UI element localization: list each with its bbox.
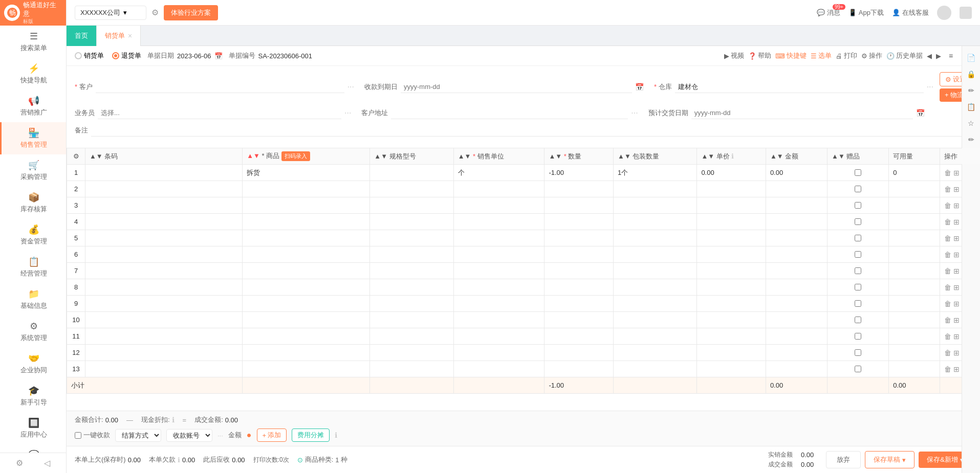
copy-row-btn[interactable]: ⊞: [953, 267, 960, 275]
right-panel-edit-btn[interactable]: ✏: [964, 83, 979, 98]
cell-pack-qty[interactable]: [614, 181, 697, 197]
th-qty[interactable]: ▲▼ * 数量: [545, 148, 614, 165]
discard-btn[interactable]: 放弃: [826, 451, 861, 468]
gift-checkbox[interactable]: [855, 349, 861, 356]
account-select[interactable]: 收款账号: [166, 429, 212, 442]
cell-product[interactable]: [243, 296, 370, 312]
gift-checkbox[interactable]: [855, 251, 861, 258]
cell-amount[interactable]: [766, 230, 827, 246]
cell-unit[interactable]: [453, 312, 545, 328]
cell-spec[interactable]: [370, 165, 453, 181]
gift-checkbox[interactable]: [855, 366, 861, 372]
cell-unit[interactable]: [453, 279, 545, 296]
cell-amount[interactable]: [766, 312, 827, 328]
delete-row-btn[interactable]: 🗑: [944, 349, 951, 357]
gift-checkbox[interactable]: [855, 284, 861, 290]
gift-checkbox[interactable]: [855, 186, 861, 192]
delete-row-btn[interactable]: 🗑: [944, 218, 951, 226]
delete-row-btn[interactable]: 🗑: [944, 234, 951, 242]
customer-address-input[interactable]: [391, 107, 628, 119]
cell-product[interactable]: [243, 214, 370, 230]
cell-pack-qty[interactable]: [614, 214, 697, 230]
cell-qty[interactable]: [545, 279, 614, 296]
th-settings[interactable]: ⚙: [67, 148, 85, 165]
cell-barcode[interactable]: [85, 328, 243, 345]
salesperson-input[interactable]: [98, 107, 341, 119]
cell-gift[interactable]: [827, 165, 889, 181]
account-more-btn[interactable]: ···: [217, 432, 223, 439]
cell-amount[interactable]: [766, 197, 827, 214]
cell-spec[interactable]: [370, 230, 453, 246]
cell-gift[interactable]: [827, 312, 889, 328]
cell-unit-price[interactable]: [697, 312, 766, 328]
copy-row-btn[interactable]: ⊞: [953, 234, 960, 242]
cell-unit-price[interactable]: 0.00: [697, 165, 766, 181]
add-payment-btn[interactable]: + 添加: [257, 429, 287, 442]
user-menu-btn[interactable]: [960, 7, 972, 19]
cell-barcode[interactable]: [85, 296, 243, 312]
cell-qty[interactable]: -1.00: [545, 165, 614, 181]
delete-row-btn[interactable]: 🗑: [944, 365, 951, 373]
copy-row-btn[interactable]: ⊞: [953, 169, 960, 177]
cell-spec[interactable]: [370, 296, 453, 312]
cell-pack-qty[interactable]: [614, 279, 697, 296]
cell-product[interactable]: [243, 263, 370, 279]
delete-row-btn[interactable]: 🗑: [944, 316, 951, 324]
sidebar-settings-btn[interactable]: ⚙: [16, 458, 23, 468]
customer-more-btn[interactable]: ···: [347, 82, 354, 92]
cell-gift[interactable]: [827, 263, 889, 279]
cell-qty[interactable]: [545, 328, 614, 345]
cell-pack-qty[interactable]: 1个: [614, 165, 697, 181]
delete-row-btn[interactable]: 🗑: [944, 283, 951, 291]
cell-barcode[interactable]: [85, 165, 243, 181]
cell-amount[interactable]: [766, 181, 827, 197]
cell-unit-price[interactable]: [697, 246, 766, 263]
cell-amount[interactable]: 0.00: [766, 165, 827, 181]
th-unit-price[interactable]: ▲▼ 单价 ℹ: [697, 148, 766, 165]
cell-gift[interactable]: [827, 230, 889, 246]
cell-product[interactable]: [243, 345, 370, 361]
right-panel-copy-btn[interactable]: 📋: [964, 99, 979, 115]
sidebar-item-purchase-mgmt[interactable]: 🛒 采购管理: [0, 154, 66, 187]
th-amount[interactable]: ▲▼ 金额: [766, 148, 827, 165]
gift-checkbox[interactable]: [855, 235, 861, 241]
online-service-btn[interactable]: 👤 在线客服: [892, 8, 929, 17]
gift-checkbox[interactable]: [855, 218, 861, 225]
delete-row-btn[interactable]: 🗑: [944, 185, 951, 193]
save-draft-btn[interactable]: 保存草稿 ▾: [865, 451, 914, 468]
th-barcode[interactable]: ▲▼ 条码: [85, 148, 243, 165]
next-record-btn[interactable]: ▶: [936, 52, 941, 60]
cell-unit[interactable]: [453, 197, 545, 214]
cell-qty[interactable]: [545, 230, 614, 246]
sidebar-item-marketing[interactable]: 📢 营销推广: [0, 90, 66, 122]
cell-qty[interactable]: [545, 312, 614, 328]
cell-gift[interactable]: [827, 197, 889, 214]
customer-address-more-btn[interactable]: ···: [631, 108, 638, 118]
cell-unit-price[interactable]: [697, 263, 766, 279]
cell-product[interactable]: 拆货: [243, 165, 370, 181]
cell-gift[interactable]: [827, 361, 889, 377]
cell-pack-qty[interactable]: [614, 197, 697, 214]
cell-qty[interactable]: [545, 361, 614, 377]
warehouse-more-btn[interactable]: ···: [927, 82, 933, 92]
payment-method-select[interactable]: 结算方式: [115, 429, 161, 442]
cell-unit[interactable]: 个: [453, 165, 545, 181]
cell-spec[interactable]: [370, 328, 453, 345]
toolbar-help-btn[interactable]: ❓ 帮助: [748, 51, 771, 60]
app-download-btn[interactable]: 📱 App下载: [848, 8, 884, 17]
sidebar-item-new-guide[interactable]: 🎓 新手引导: [0, 380, 66, 412]
cell-unit-price[interactable]: [697, 296, 766, 312]
cell-amount[interactable]: [766, 263, 827, 279]
cell-pack-qty[interactable]: [614, 296, 697, 312]
radio-sales[interactable]: 销货单: [75, 51, 104, 60]
th-product[interactable]: ▲▼ * 商品 扫码录入: [243, 148, 370, 165]
copy-row-btn[interactable]: ⊞: [953, 316, 960, 324]
gift-checkbox[interactable]: [855, 267, 861, 274]
sidebar-item-basic-info[interactable]: 📁 基础信息: [0, 283, 66, 316]
cell-qty[interactable]: [545, 296, 614, 312]
toolbar-shortcut-btn[interactable]: ⌨ 快捷键: [775, 51, 807, 60]
copy-row-btn[interactable]: ⊞: [953, 349, 960, 357]
cell-barcode[interactable]: [85, 312, 243, 328]
copy-row-btn[interactable]: ⊞: [953, 185, 960, 193]
cell-qty[interactable]: [545, 214, 614, 230]
